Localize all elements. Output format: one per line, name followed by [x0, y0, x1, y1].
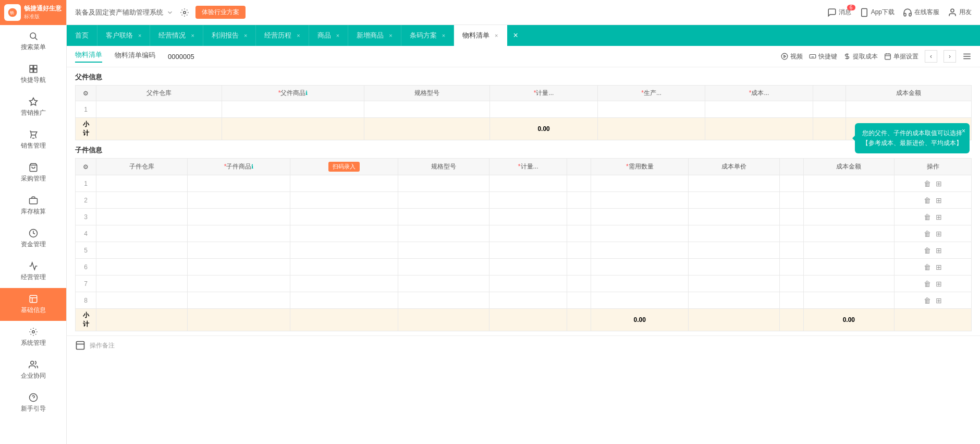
- child-cell-unit-cost[interactable]: [689, 225, 780, 242]
- action-cost[interactable]: 提取成本: [843, 52, 878, 61]
- delete-icon[interactable]: 🗑: [923, 280, 932, 288]
- delete-icon[interactable]: 🗑: [923, 196, 932, 205]
- child-cell-qty[interactable]: [591, 209, 689, 225]
- child-cell-unit-cost[interactable]: [689, 275, 780, 292]
- child-cell-unit-cost[interactable]: [689, 259, 780, 275]
- child-cell-product[interactable]: [187, 175, 290, 192]
- child-cell-spec[interactable]: [398, 209, 489, 225]
- child-cell-spec[interactable]: [398, 192, 489, 209]
- sidebar-item-system[interactable]: 系统管理: [0, 321, 66, 354]
- tab-customer[interactable]: 客户联络×: [97, 25, 150, 46]
- child-cell-qty[interactable]: [591, 175, 689, 192]
- parent-cell-warehouse[interactable]: [96, 101, 222, 118]
- sidebar-item-promo[interactable]: 营销推广: [0, 91, 66, 124]
- delete-icon[interactable]: 🗑: [923, 296, 932, 305]
- sidebar-item-nav[interactable]: 快捷导航: [0, 58, 66, 91]
- pagination-prev[interactable]: ‹: [925, 50, 937, 63]
- child-cell-qty[interactable]: [591, 242, 689, 259]
- child-cell-product[interactable]: [187, 275, 290, 292]
- child-cell-qty[interactable]: [591, 259, 689, 275]
- parent-cell-unit[interactable]: [490, 101, 598, 118]
- tooltip-close[interactable]: ×: [962, 126, 965, 136]
- parent-cell-cost[interactable]: [705, 101, 813, 118]
- sidebar-item-inventory[interactable]: 库存核算: [0, 189, 66, 222]
- child-cell-unit[interactable]: [489, 209, 567, 225]
- child-cell-warehouse[interactable]: [96, 292, 188, 309]
- child-cell-warehouse[interactable]: [96, 192, 188, 209]
- tab-home[interactable]: 首页: [67, 25, 97, 46]
- scan-button[interactable]: 扫码录入: [328, 162, 360, 172]
- child-cell-qty[interactable]: [591, 225, 689, 242]
- tab-close[interactable]: ×: [389, 32, 392, 39]
- pagination-next[interactable]: ›: [944, 50, 956, 63]
- child-cell-product[interactable]: [187, 209, 290, 225]
- sidebar-item-operation[interactable]: 经营管理: [0, 255, 66, 288]
- menu-icon[interactable]: [962, 52, 972, 61]
- sub-tab-code[interactable]: 物料清单编码: [115, 51, 155, 62]
- nav-close-all[interactable]: ×: [507, 31, 524, 40]
- tab-bom[interactable]: 物料清单×: [454, 25, 507, 46]
- child-cell-warehouse[interactable]: [96, 275, 188, 292]
- action-video[interactable]: 视频: [781, 52, 803, 61]
- child-cell-spec[interactable]: [398, 275, 489, 292]
- sidebar-item-search[interactable]: 搜索菜单: [0, 25, 66, 58]
- tab-close[interactable]: ×: [442, 32, 445, 39]
- child-cell-unit[interactable]: [489, 192, 567, 209]
- tab-barcode[interactable]: 条码方案×: [401, 25, 454, 46]
- copy-icon[interactable]: ⊞: [935, 263, 943, 271]
- tab-new-product[interactable]: 新增商品×: [348, 25, 401, 46]
- tab-profit[interactable]: 利润报告×: [203, 25, 256, 46]
- sidebar-item-basic[interactable]: 基础信息: [0, 288, 66, 321]
- sub-tab-bom[interactable]: 物料清单: [75, 50, 102, 63]
- child-cell-unit-cost[interactable]: [689, 242, 780, 259]
- child-cell-unit-cost[interactable]: [689, 209, 780, 225]
- child-cell-product[interactable]: [187, 292, 290, 309]
- delete-icon[interactable]: 🗑: [923, 246, 932, 255]
- delete-icon[interactable]: 🗑: [923, 179, 932, 188]
- copy-icon[interactable]: ⊞: [935, 296, 943, 305]
- copy-icon[interactable]: ⊞: [935, 213, 943, 221]
- copy-icon[interactable]: ⊞: [935, 196, 943, 205]
- tab-close[interactable]: ×: [336, 32, 339, 39]
- child-cell-unit[interactable]: [489, 292, 567, 309]
- tab-operation[interactable]: 经营情况×: [150, 25, 203, 46]
- delete-icon[interactable]: 🗑: [923, 263, 932, 271]
- delete-icon[interactable]: 🗑: [923, 230, 932, 238]
- tab-product[interactable]: 商品×: [309, 25, 348, 46]
- sidebar-item-guide[interactable]: 新手引导: [0, 387, 66, 419]
- child-cell-warehouse[interactable]: [96, 242, 188, 259]
- copy-icon[interactable]: ⊞: [935, 179, 943, 188]
- child-cell-product[interactable]: [187, 225, 290, 242]
- parent-cell-produce[interactable]: [597, 101, 705, 118]
- child-col-settings[interactable]: ⚙: [76, 159, 96, 175]
- parent-col-settings[interactable]: ⚙: [76, 86, 96, 101]
- child-cell-spec[interactable]: [398, 292, 489, 309]
- message-icon-item[interactable]: 消息 6: [827, 8, 851, 17]
- child-cell-qty[interactable]: [591, 292, 689, 309]
- child-cell-unit[interactable]: [489, 275, 567, 292]
- sidebar-item-enterprise[interactable]: 企业协同: [0, 354, 66, 387]
- user-item[interactable]: 用友: [948, 8, 972, 17]
- copy-icon[interactable]: ⊞: [935, 280, 943, 288]
- tab-close[interactable]: ×: [191, 32, 194, 39]
- parent-cell-product[interactable]: [222, 101, 364, 118]
- child-cell-unit-cost[interactable]: [689, 175, 780, 192]
- child-cell-product[interactable]: [187, 242, 290, 259]
- child-cell-unit[interactable]: [489, 225, 567, 242]
- copy-icon[interactable]: ⊞: [935, 246, 943, 255]
- child-cell-unit[interactable]: [489, 175, 567, 192]
- child-cell-spec[interactable]: [398, 259, 489, 275]
- tab-close[interactable]: ×: [138, 32, 141, 39]
- child-cell-unit-cost[interactable]: [689, 192, 780, 209]
- child-cell-qty[interactable]: [591, 192, 689, 209]
- tab-history[interactable]: 经营历程×: [256, 25, 309, 46]
- child-cell-unit[interactable]: [489, 259, 567, 275]
- child-cell-product[interactable]: [187, 259, 290, 275]
- delete-icon[interactable]: 🗑: [923, 213, 932, 221]
- action-shortcut[interactable]: 快捷键: [809, 52, 837, 61]
- child-cell-warehouse[interactable]: [96, 175, 188, 192]
- experience-btn[interactable]: 体验行业方案: [195, 6, 246, 19]
- settings-icon[interactable]: [180, 8, 189, 17]
- sidebar-item-finance[interactable]: 资金管理: [0, 222, 66, 255]
- child-col-scan[interactable]: 扫码录入: [290, 159, 398, 175]
